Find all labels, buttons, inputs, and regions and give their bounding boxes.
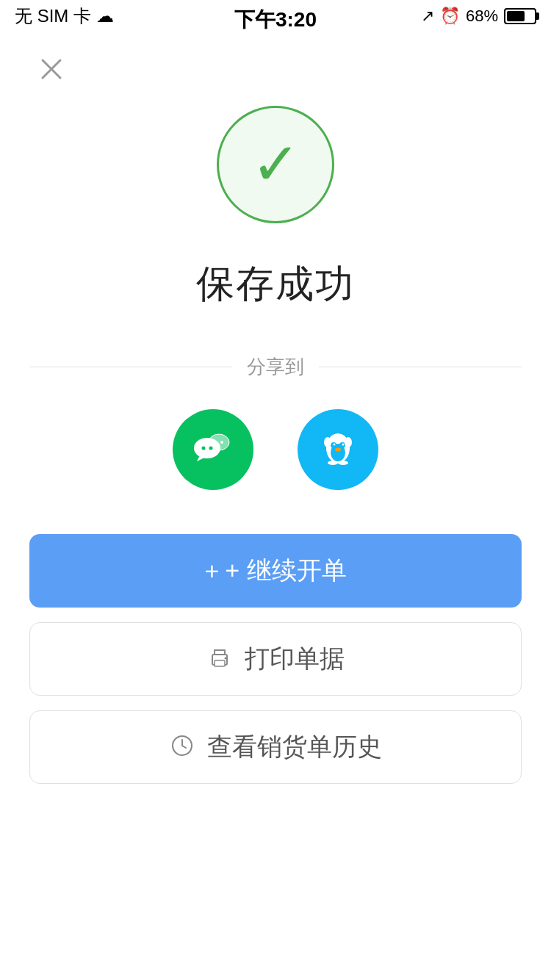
location-icon: ↗ (421, 7, 434, 26)
qq-share-button[interactable] (298, 409, 378, 490)
share-section: 分享到 (29, 354, 522, 490)
qq-icon (314, 426, 361, 473)
svg-rect-20 (215, 660, 225, 666)
battery-label: 68% (466, 7, 498, 26)
svg-point-4 (202, 447, 206, 450)
status-time: 下午3:20 (234, 6, 317, 34)
share-icons (173, 409, 378, 490)
history-label: 查看销货单历史 (207, 730, 382, 764)
main-content: ✓ 保存成功 分享到 (0, 32, 551, 980)
svg-point-16 (338, 461, 348, 465)
continue-order-label: + 继续开单 (225, 554, 346, 588)
buttons-section: + + 继续开单 打印单据 查看销货单历史 (29, 534, 522, 784)
battery-icon (504, 8, 536, 24)
wechat-icon (190, 426, 237, 473)
history-button[interactable]: 查看销货单历史 (29, 710, 522, 784)
continue-order-button[interactable]: + + 继续开单 (29, 534, 522, 608)
svg-point-15 (328, 461, 338, 465)
close-button[interactable] (29, 47, 73, 91)
status-left: 无 SIM 卡 ☁ (15, 4, 114, 28)
svg-point-21 (225, 657, 227, 659)
status-bar: 无 SIM 卡 ☁ 下午3:20 ↗ ⏰ 68% (0, 0, 551, 32)
print-button[interactable]: 打印单据 (29, 622, 522, 696)
success-title: 保存成功 (196, 259, 355, 310)
success-section: ✓ 保存成功 (196, 106, 355, 310)
printer-icon (206, 644, 233, 674)
plus-icon: + (204, 558, 219, 583)
checkmark-icon: ✓ (251, 135, 300, 194)
divider-right (319, 367, 522, 367)
svg-point-14 (335, 448, 341, 452)
status-right: ↗ ⏰ 68% (421, 7, 536, 26)
share-divider: 分享到 (29, 354, 522, 380)
svg-point-5 (209, 447, 213, 450)
svg-point-18 (345, 437, 352, 447)
svg-point-17 (324, 437, 331, 447)
close-icon (38, 56, 65, 82)
no-sim-label: 无 SIM 卡 ☁ (15, 4, 114, 28)
divider-left (29, 367, 232, 367)
print-label: 打印单据 (245, 642, 345, 676)
wechat-share-button[interactable] (173, 409, 253, 490)
share-label: 分享到 (247, 354, 304, 380)
svg-point-12 (334, 444, 336, 446)
success-circle: ✓ (217, 106, 334, 223)
svg-point-13 (342, 444, 345, 446)
svg-point-7 (220, 441, 223, 444)
svg-point-6 (215, 441, 217, 444)
clock-icon (169, 732, 195, 763)
alarm-icon: ⏰ (440, 7, 460, 26)
